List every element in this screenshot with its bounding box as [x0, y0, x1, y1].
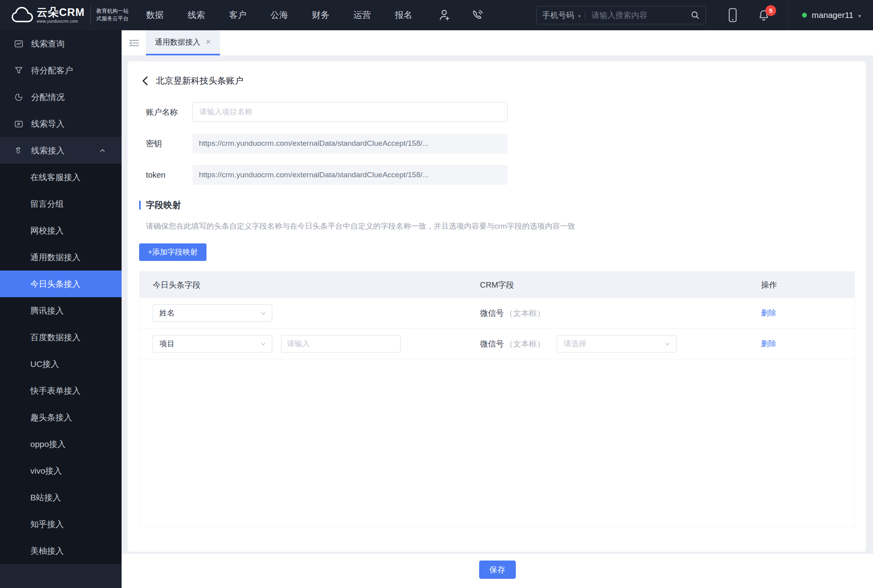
- crm-field-type: （文本框）: [505, 339, 545, 349]
- table-row: 姓名 微信号 （文本框） 删除: [140, 298, 854, 329]
- sidebar-group-label: 线索接入: [31, 145, 65, 156]
- sidebar-item-assignment-status[interactable]: 分配情况: [0, 84, 122, 110]
- nav-item-public-pool[interactable]: 公海: [259, 9, 300, 21]
- nav-item-data[interactable]: 数据: [134, 9, 176, 21]
- sidebar-footer: [0, 564, 122, 588]
- nav-item-customers[interactable]: 客户: [217, 9, 259, 21]
- crm-field-name: 微信号: [480, 308, 504, 319]
- sidebar-item-message-group[interactable]: 留言分组: [0, 190, 122, 217]
- back-arrow-icon[interactable]: [141, 76, 149, 86]
- save-button[interactable]: 保存: [479, 561, 516, 579]
- brand-logo: 云朵CRM www.yunduocrm.com 教育机构一站 式服务云平台: [11, 6, 129, 24]
- sidebar-item-baidu-data-access[interactable]: 百度数据接入: [0, 324, 122, 351]
- user-name: manager11: [812, 10, 853, 20]
- sidebar-item-meiyou-access[interactable]: 美柚接入: [0, 537, 122, 564]
- main-area: 通用数据接入 ✕ 北京昱新科技头条账户: [122, 30, 873, 588]
- user-menu-caret-icon: ▾: [858, 13, 861, 19]
- sidebar-item-tencent-access[interactable]: 腾讯接入: [0, 297, 122, 324]
- toutiao-field-select[interactable]: 项目: [153, 335, 272, 353]
- section-accent-bar: [139, 201, 141, 210]
- brand-tagline-line1: 教育机构一站: [96, 8, 129, 15]
- mobile-device-icon[interactable]: [728, 7, 738, 23]
- brand-url: www.yunduocrm.com: [37, 20, 85, 24]
- line-chart-icon: [14, 39, 23, 48]
- crm-field-type: （文本框）: [505, 308, 545, 319]
- app-window: 云朵CRM www.yunduocrm.com 教育机构一站 式服务云平台 数据…: [0, 0, 873, 588]
- phone-call-icon[interactable]: [472, 9, 484, 21]
- sidebar-item-unassigned-customers[interactable]: 待分配客户: [0, 57, 122, 84]
- search-icon[interactable]: [690, 10, 700, 20]
- custom-field-input[interactable]: [281, 335, 401, 353]
- chevron-down-icon: [260, 341, 266, 347]
- nav-item-signup[interactable]: 报名: [383, 9, 425, 21]
- funnel-icon: [14, 66, 23, 75]
- tab-general-data-access[interactable]: 通用数据接入 ✕: [146, 30, 220, 55]
- sidebar-submenu: 在线客服接入 留言分组 网校接入 通用数据接入 今日头条接入 腾讯接入 百度数据…: [0, 164, 122, 564]
- sidebar-group-clue-access[interactable]: 线索接入: [0, 137, 122, 164]
- sidebar-item-label: 线索查询: [31, 38, 65, 49]
- sidebar-item-zhihu-access[interactable]: 知乎接入: [0, 511, 122, 537]
- online-status-dot: [802, 13, 807, 18]
- account-name-label: 账户名称: [146, 107, 193, 118]
- footer-bar: 保存: [122, 554, 873, 588]
- sidebar-item-online-school-access[interactable]: 网校接入: [0, 217, 122, 244]
- field-mapping-description: 请确保您在此填写的头条自定义字段名称与在今日头条平台中自定义的字段名称一致，并且…: [146, 221, 855, 231]
- import-icon: [14, 120, 23, 128]
- brand-tagline-line2: 式服务云平台: [96, 15, 129, 23]
- table-empty-area: [140, 359, 854, 527]
- nav-item-clues[interactable]: 线索: [176, 9, 217, 21]
- topbar-quick-actions: [438, 9, 484, 22]
- topbar-right-icons: 5: [728, 7, 770, 23]
- sidebar-item-label: 线索导入: [31, 118, 65, 129]
- notifications[interactable]: 5: [758, 9, 770, 21]
- pie-chart-icon: [14, 93, 23, 102]
- sidebar-item-kuaishou-form-access[interactable]: 快手表单接入: [0, 377, 122, 404]
- search-category-select[interactable]: 手机号码: [542, 10, 574, 21]
- content-area: 北京昱新科技头条账户 账户名称 密钥 https://crm.yunduocrm…: [122, 55, 873, 554]
- toutiao-field-select[interactable]: 姓名: [153, 304, 272, 322]
- sidebar-item-bilibili-access[interactable]: B站接入: [0, 484, 122, 511]
- detail-card: 北京昱新科技头条账户 账户名称 密钥 https://crm.yunduocrm…: [128, 61, 866, 552]
- delete-row-link[interactable]: 删除: [761, 309, 776, 317]
- global-search: 手机号码 ▾: [536, 6, 706, 24]
- account-name-input[interactable]: [193, 102, 507, 122]
- brand-name: 云朵CRM: [37, 7, 85, 18]
- add-contact-icon[interactable]: [438, 9, 451, 22]
- sidebar-item-online-service-access[interactable]: 在线客服接入: [0, 164, 122, 190]
- column-header-toutiao-field: 今日头条字段: [140, 280, 470, 290]
- account-form: 账户名称 密钥 https://crm.yunduocrm.com/extern…: [146, 102, 855, 185]
- table-row: 项目 微信号 （文本框）: [140, 329, 854, 359]
- sidebar-item-clue-query[interactable]: 线索查询: [0, 30, 122, 57]
- sidebar-item-uc-access[interactable]: UC接入: [0, 351, 122, 377]
- column-header-actions: 操作: [749, 280, 854, 290]
- crm-field-name: 微信号: [480, 339, 504, 349]
- sidebar-item-vivo-access[interactable]: vivo接入: [0, 457, 122, 484]
- topbar: 云朵CRM www.yunduocrm.com 教育机构一站 式服务云平台 数据…: [0, 0, 873, 30]
- sidebar-item-qutoutiao-access[interactable]: 趣头条接入: [0, 404, 122, 431]
- sidebar-item-oppo-access[interactable]: oppo接入: [0, 431, 122, 457]
- nav-item-operations[interactable]: 运营: [342, 9, 383, 21]
- crm-option-select[interactable]: 请选择: [557, 335, 676, 353]
- sidebar: 线索查询 待分配客户 分配情况: [0, 30, 122, 588]
- page-header: 北京昱新科技头条账户: [141, 61, 855, 87]
- tab-close-icon[interactable]: ✕: [205, 38, 211, 46]
- sidebar-item-general-data-access[interactable]: 通用数据接入: [0, 244, 122, 270]
- sidebar-item-label: 待分配客户: [31, 65, 73, 76]
- collapse-menu-icon[interactable]: [129, 39, 140, 47]
- nav-item-finance[interactable]: 财务: [300, 9, 342, 21]
- field-mapping-section-title: 字段映射: [139, 199, 855, 211]
- user-menu[interactable]: manager11 ▾: [802, 10, 861, 20]
- search-category-caret-icon[interactable]: ▾: [578, 13, 581, 19]
- sidebar-item-clue-import[interactable]: 线索导入: [0, 110, 122, 137]
- token-label: token: [146, 171, 193, 180]
- search-input[interactable]: [591, 10, 690, 20]
- secret-label: 密钥: [146, 138, 193, 149]
- add-field-mapping-button[interactable]: +添加字段映射: [139, 243, 206, 261]
- cloud-logo-icon: [11, 6, 33, 24]
- sidebar-item-toutiao-access[interactable]: 今日头条接入: [0, 270, 122, 297]
- tab-label: 通用数据接入: [155, 37, 200, 47]
- search-separator: [585, 10, 585, 20]
- footprint-icon: [14, 146, 23, 155]
- chevron-down-icon: [665, 341, 670, 347]
- delete-row-link[interactable]: 删除: [761, 339, 776, 348]
